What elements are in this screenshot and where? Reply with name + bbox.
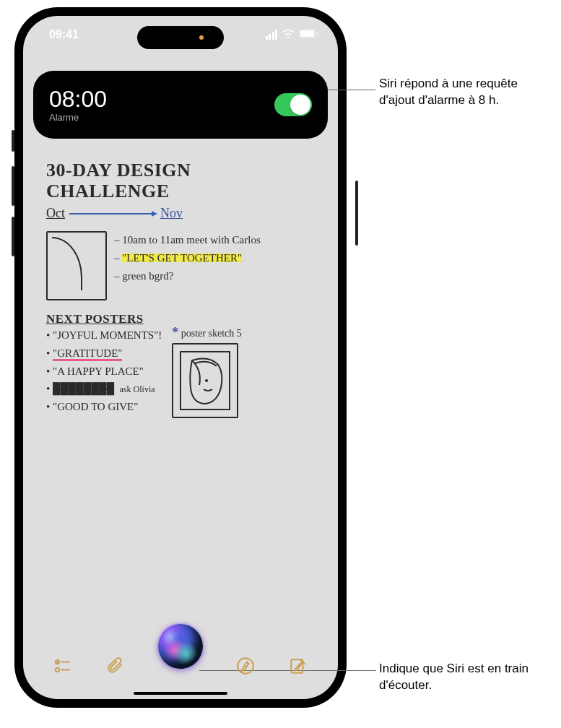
callout-alarm: Siri répond à une requête d'ajout d'alar… (379, 76, 552, 109)
face-sketch-icon (172, 343, 238, 418)
month-from: Oct (46, 206, 65, 221)
list-item: • "JOYFUL MOMENTS"! (46, 326, 162, 344)
svg-point-9 (238, 658, 253, 674)
list-item: – 10am to 11am meet with Carlos (114, 231, 261, 249)
compose-icon[interactable] (287, 655, 309, 677)
siri-alarm-response-card[interactable]: 08:00 Alarme (33, 71, 328, 139)
notes-body[interactable]: 30-DAY DESIGN CHALLENGE Oct Nov – 10am t… (46, 160, 315, 418)
callout-siri: Indique que Siri est en train d'écouter. (379, 661, 552, 694)
svg-point-7 (56, 668, 59, 672)
power-button (355, 181, 358, 246)
iphone-screen: 09:41 08:00 Alarme 30-DAY DESIGN C (23, 16, 338, 699)
list-item: – "LET'S GET TOGETHER" (114, 249, 261, 267)
arrow-icon (69, 213, 156, 214)
alarm-time: 08:00 (49, 87, 107, 110)
month-to: Nov (160, 206, 183, 221)
markup-icon[interactable] (235, 655, 256, 677)
note-title: 30-DAY DESIGN CHALLENGE (46, 160, 315, 202)
wifi-icon (282, 28, 295, 41)
list-item: • ████████ ask Olivia (46, 380, 162, 398)
posters-header: NEXT POSTERS (46, 312, 162, 326)
svg-rect-1 (300, 30, 314, 37)
poster-sketch: * poster sketch 5 (172, 325, 241, 418)
list-item: • "GRATITUDE" (46, 344, 162, 363)
svg-point-4 (205, 379, 208, 382)
dynamic-island (137, 26, 224, 49)
posters-list: NEXT POSTERS • "JOYFUL MOMENTS"! • "GRAT… (46, 312, 162, 416)
alarm-toggle[interactable] (274, 93, 312, 116)
alarm-info: 08:00 Alarme (49, 87, 107, 123)
status-time: 09:41 (49, 28, 79, 41)
siri-orb-icon[interactable] (158, 624, 203, 669)
cellular-icon (266, 30, 278, 40)
month-range: Oct Nov (46, 206, 315, 221)
attachment-icon[interactable] (105, 655, 126, 677)
sketch-thumbnail (46, 231, 107, 300)
list-item: – green bgrd? (114, 267, 261, 285)
meeting-list: – 10am to 11am meet with Carlos – "LET'S… (114, 231, 261, 285)
alarm-label: Alarme (49, 112, 107, 123)
home-indicator[interactable] (134, 692, 227, 695)
list-item: • "A HAPPY PLACE" (46, 363, 162, 381)
checklist-icon[interactable] (52, 655, 74, 677)
svg-rect-2 (316, 32, 318, 35)
battery-icon (299, 28, 318, 41)
status-icons (266, 28, 318, 41)
asterisk-icon: * (172, 325, 178, 339)
list-item: • "GOOD TO GIVE" (46, 398, 162, 416)
iphone-frame: 09:41 08:00 Alarme 30-DAY DESIGN C (14, 7, 347, 708)
